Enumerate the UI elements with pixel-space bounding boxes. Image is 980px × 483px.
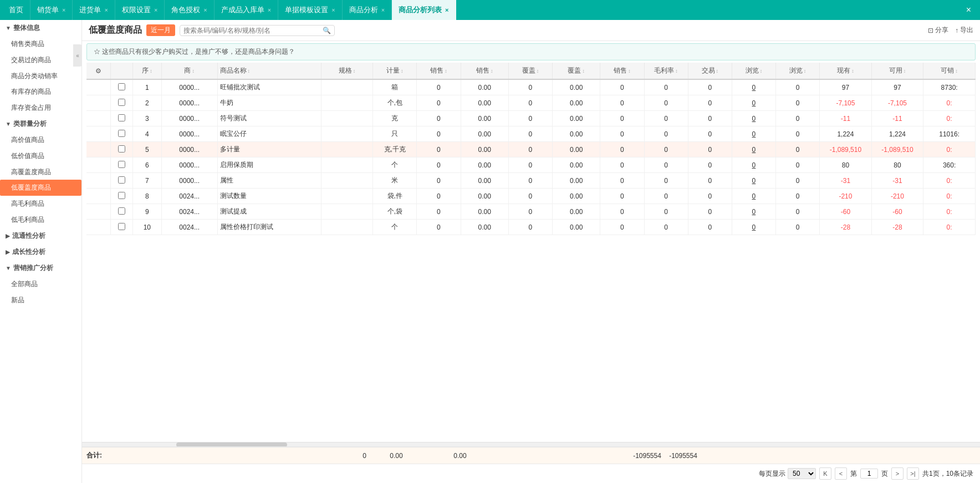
sidebar-section-growth[interactable]: ▶ 成长性分析 bbox=[0, 244, 81, 260]
cell-browse1[interactable]: 0 bbox=[732, 220, 775, 235]
nav-tab-template[interactable]: 单据模板设置 × bbox=[278, 0, 342, 20]
cell-code: 0000... bbox=[161, 126, 217, 142]
cell-sellable: 11016: bbox=[923, 126, 976, 142]
cell-browse2: 0 bbox=[776, 220, 820, 235]
nav-tab-role-close[interactable]: × bbox=[203, 7, 207, 13]
sidebar-item-low-coverage[interactable]: 低覆盖度商品 bbox=[0, 180, 81, 196]
close-all-button[interactable]: × bbox=[959, 5, 978, 15]
sidebar-item-low-value[interactable]: 低价值商品 bbox=[0, 148, 81, 164]
sidebar-item-capital[interactable]: 库存资金占用 bbox=[0, 100, 81, 116]
sidebar-section-overall[interactable]: ▼ 整体信息 bbox=[0, 20, 81, 36]
cell-settings bbox=[86, 95, 110, 111]
cell-checkbox[interactable] bbox=[110, 220, 132, 235]
cell-available: -7,105 bbox=[871, 95, 923, 111]
sidebar-item-high-value[interactable]: 高价值商品 bbox=[0, 132, 81, 148]
export-button[interactable]: ↑ 导出 bbox=[955, 26, 973, 35]
sidebar-section-cluster[interactable]: ▼ 类群量分析 bbox=[0, 116, 81, 132]
search-icon[interactable]: 🔍 bbox=[323, 27, 331, 34]
page-input[interactable] bbox=[860, 469, 878, 479]
nav-tab-production-close[interactable]: × bbox=[268, 7, 271, 13]
cell-browse1[interactable]: 0 bbox=[732, 204, 775, 220]
nav-tab-sales[interactable]: 销货单 × bbox=[30, 0, 73, 20]
last-page-button[interactable]: >| bbox=[907, 467, 919, 480]
sidebar-item-low-margin[interactable]: 低毛利商品 bbox=[0, 212, 81, 228]
page-size-dropdown[interactable]: 50 20 100 bbox=[788, 468, 816, 479]
share-button[interactable]: ⊡ 分享 bbox=[928, 26, 948, 35]
sidebar-collapse-btn[interactable]: « bbox=[73, 44, 82, 67]
cell-browse1[interactable]: 0 bbox=[732, 142, 775, 157]
cell-coverage2: 0.00 bbox=[553, 173, 600, 189]
sidebar-item-in-stock[interactable]: 有库存的商品 bbox=[0, 84, 81, 100]
cell-sales-amt: 0.00 bbox=[461, 95, 508, 111]
nav-tab-permission[interactable]: 权限设置 × bbox=[115, 0, 165, 20]
nav-tab-role[interactable]: 角色授权 × bbox=[165, 0, 214, 20]
cell-checkbox[interactable] bbox=[110, 204, 132, 220]
prev-page-button[interactable]: < bbox=[835, 467, 847, 480]
sidebar-section-flow[interactable]: ▶ 流通性分析 bbox=[0, 228, 81, 244]
nav-tab-purchase[interactable]: 进货单 × bbox=[73, 0, 115, 20]
cell-checkbox[interactable] bbox=[110, 126, 132, 142]
cell-coverage1: 0 bbox=[508, 173, 552, 189]
cell-checkbox[interactable] bbox=[110, 157, 132, 173]
cell-code: 0000... bbox=[161, 173, 217, 189]
cell-sales2: 0 bbox=[600, 126, 644, 142]
cell-sellable: 0: bbox=[923, 95, 976, 111]
cell-browse1[interactable]: 0 bbox=[732, 173, 775, 189]
nav-tab-analysis[interactable]: 商品分析 × bbox=[343, 0, 392, 20]
col-sellable: 可销↕ bbox=[923, 63, 976, 79]
cell-browse1[interactable]: 0 bbox=[732, 157, 775, 173]
sidebar-item-high-margin[interactable]: 高毛利商品 bbox=[0, 196, 81, 212]
sidebar-item-all-goods[interactable]: 全部商品 bbox=[0, 276, 81, 292]
cell-browse1[interactable]: 0 bbox=[732, 95, 775, 111]
section-marketing-arrow: ▼ bbox=[6, 265, 11, 271]
cell-browse1[interactable]: 0 bbox=[732, 189, 775, 204]
cell-checkbox[interactable] bbox=[110, 189, 132, 204]
cell-trade: 0 bbox=[688, 189, 732, 204]
next-page-button[interactable]: > bbox=[891, 467, 904, 480]
nav-tab-sales-close[interactable]: × bbox=[62, 7, 65, 13]
cell-trade: 0 bbox=[688, 204, 732, 220]
info-banner: ☆ 这些商品只有很少客户购买过，是推广不够，还是商品本身问题？ bbox=[86, 43, 976, 60]
col-available: 可用↕ bbox=[871, 63, 923, 79]
sidebar-item-sales-goods[interactable]: 销售类商品 bbox=[0, 36, 81, 52]
nav-tab-permission-close[interactable]: × bbox=[154, 7, 157, 13]
nav-tab-home[interactable]: 首页 bbox=[2, 0, 30, 20]
search-input[interactable] bbox=[183, 27, 320, 34]
period-button[interactable]: 近一月 bbox=[146, 24, 175, 36]
cell-current: 1,224 bbox=[820, 126, 872, 142]
data-table: ⚙ 序↕ 商↕ 商品名称↕ 规格↕ 计量↕ 销售↕ 销售↕ 覆盖↕ 覆盖↕ 销售… bbox=[86, 63, 976, 235]
nav-tab-analysis-list-close[interactable]: × bbox=[445, 7, 448, 13]
cell-browse1[interactable]: 0 bbox=[732, 126, 775, 142]
cell-unit: 袋,件 bbox=[373, 189, 417, 204]
cell-checkbox[interactable] bbox=[110, 142, 132, 157]
nav-tab-analysis-close[interactable]: × bbox=[381, 7, 385, 13]
page-title: 低覆盖度商品 bbox=[89, 24, 142, 36]
cell-trade: 0 bbox=[688, 79, 732, 95]
sidebar-item-traded-goods[interactable]: 交易过的商品 bbox=[0, 52, 81, 68]
horizontal-scrollbar[interactable] bbox=[82, 442, 980, 446]
nav-tab-production[interactable]: 产成品入库单 × bbox=[215, 0, 278, 20]
sidebar-item-category-rate[interactable]: 商品分类动销率 bbox=[0, 68, 81, 84]
nav-tab-template-close[interactable]: × bbox=[331, 7, 335, 13]
col-settings[interactable]: ⚙ bbox=[86, 63, 110, 79]
sidebar-item-high-coverage[interactable]: 高覆盖度商品 bbox=[0, 164, 81, 180]
nav-tab-purchase-close[interactable]: × bbox=[104, 7, 108, 13]
sidebar-item-new-goods[interactable]: 新品 bbox=[0, 292, 81, 308]
cell-checkbox[interactable] bbox=[110, 111, 132, 126]
cell-browse1[interactable]: 0 bbox=[732, 111, 775, 126]
first-page-button[interactable]: K bbox=[819, 467, 831, 480]
cell-current: 80 bbox=[820, 157, 872, 173]
content-header: 低覆盖度商品 近一月 🔍 ⊡ 分享 ↑ 导出 bbox=[82, 20, 980, 41]
cell-spec bbox=[321, 157, 373, 173]
nav-tab-analysis-list[interactable]: 商品分析列表 × bbox=[392, 0, 456, 20]
sidebar-section-marketing-items: 全部商品 新品 bbox=[0, 276, 81, 308]
totals-current: -1095554 bbox=[629, 452, 665, 460]
cell-checkbox[interactable] bbox=[110, 79, 132, 95]
cell-browse1[interactable]: 0 bbox=[732, 79, 775, 95]
cell-sales2: 0 bbox=[600, 95, 644, 111]
cell-checkbox[interactable] bbox=[110, 95, 132, 111]
total-info: 共1页，10条记录 bbox=[922, 469, 973, 479]
cell-no: 3 bbox=[132, 111, 161, 126]
cell-checkbox[interactable] bbox=[110, 173, 132, 189]
sidebar-section-marketing[interactable]: ▼ 营销推广分析 bbox=[0, 260, 81, 276]
